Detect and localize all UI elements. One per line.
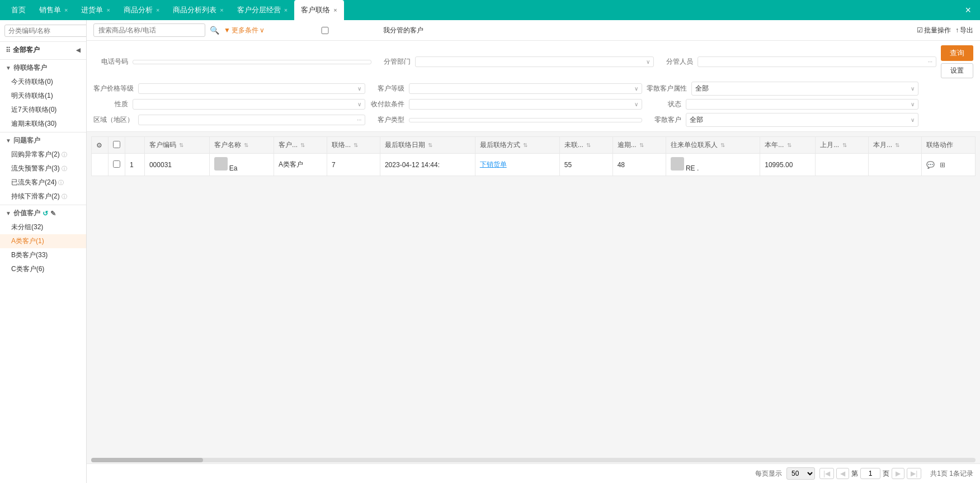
table-header: ⚙ 客户编码 ⇅ 客户名称 ⇅ 客户... ⇅ 联络... ⇅ 最后联络日期 ⇅…: [92, 137, 976, 154]
nav-purchase[interactable]: 进货单 ×: [74, 0, 116, 20]
export-label: 导出: [960, 26, 973, 35]
th-lastdate[interactable]: 最后联络日期 ⇅: [380, 137, 475, 154]
region-input[interactable]: ···: [138, 115, 365, 125]
last-method-link[interactable]: 下销货单: [480, 160, 507, 168]
query-button[interactable]: 查询: [941, 45, 973, 61]
nav-home[interactable]: 首页: [4, 0, 32, 20]
th-gear[interactable]: ⚙: [92, 137, 109, 154]
select-all-checkbox[interactable]: [113, 141, 120, 148]
close-sales-icon[interactable]: ×: [64, 7, 68, 13]
manager-input[interactable]: ···: [698, 56, 936, 67]
th-thisyear[interactable]: 本年... ⇅: [760, 137, 816, 154]
phone-input[interactable]: [133, 60, 371, 64]
table-row: 1 000031 Ea A类客户 7 2023-04-12 14:44: 下销货…: [92, 154, 976, 176]
section-pending-contact[interactable]: ▼ 待联络客户: [0, 61, 86, 75]
sidebar-item-c-class[interactable]: C类客户(6): [0, 262, 86, 276]
th-lastmonth[interactable]: 上月... ⇅: [816, 137, 869, 154]
cell-overdue: 48: [613, 154, 666, 176]
qr-action-icon[interactable]: ⊞: [940, 161, 945, 169]
export-button[interactable]: ↑ 导出: [955, 26, 973, 35]
a-class-label: A类客户(1): [11, 236, 44, 246]
th-contact[interactable]: 联络... ⇅: [327, 137, 380, 154]
sidebar-item-lost[interactable]: 已流失客户(24) ⓘ: [0, 176, 86, 190]
close-analysis-list-icon[interactable]: ×: [220, 7, 223, 13]
my-customers-check[interactable]: [269, 27, 381, 34]
close-analysis-icon[interactable]: ×: [156, 7, 159, 13]
th-type[interactable]: 客户... ⇅: [274, 137, 327, 154]
th-nocontact[interactable]: 未联... ⇅: [559, 137, 613, 154]
sidebar-item-abnormal[interactable]: 回购异常客户(2) ⓘ: [0, 148, 86, 162]
cust-type-input[interactable]: [409, 118, 642, 122]
next-page-button[interactable]: ▶: [892, 468, 904, 479]
dept-select[interactable]: ∨: [415, 56, 654, 67]
info-icon-3[interactable]: ⓘ: [58, 179, 64, 187]
th-thismonth[interactable]: 本月... ⇅: [869, 137, 922, 154]
close-segment-icon[interactable]: ×: [284, 7, 288, 13]
retail-cust-select[interactable]: 全部 ∨: [686, 113, 918, 127]
close-contact-icon[interactable]: ×: [333, 7, 337, 13]
nav-customer-contact[interactable]: 客户联络 ×: [294, 0, 343, 20]
sidebar-item-today[interactable]: 今天待联络(0): [0, 75, 86, 89]
first-page-button[interactable]: |◀: [819, 468, 834, 479]
my-customers-checkbox[interactable]: 我分管的客户: [269, 26, 423, 35]
sidebar-item-b-class[interactable]: B类客户(33): [0, 248, 86, 262]
sidebar-item-overdue[interactable]: 逾期未联络(30): [0, 117, 86, 131]
sidebar: 🔍 ⠿ 全部客户 ◀ ▼ 待联络客户 今天待联络(0) 明天待联络(1) 近7天…: [0, 20, 87, 483]
section-problem-customers[interactable]: ▼ 问题客户: [0, 134, 86, 148]
section-value-customers[interactable]: ▼ 价值客户 ↺ ✎: [0, 206, 86, 220]
sidebar-search-input[interactable]: [4, 25, 87, 37]
th-unitcontact[interactable]: 往来单位联系人 ⇅: [666, 137, 760, 154]
nav-sales[interactable]: 销售单 ×: [32, 0, 74, 20]
scrollbar-thumb[interactable]: [91, 458, 203, 462]
close-purchase-icon[interactable]: ×: [106, 7, 110, 13]
region-dots-icon: ···: [357, 117, 361, 123]
retail-attr-select[interactable]: 全部 ∨: [691, 82, 918, 96]
info-icon-4[interactable]: ⓘ: [62, 193, 67, 201]
batch-op-button[interactable]: ☑ 批量操作: [917, 26, 951, 35]
cust-level-select[interactable]: ∨: [409, 83, 642, 94]
price-level-select[interactable]: ∨: [138, 83, 365, 94]
chat-action-icon[interactable]: 💬: [926, 161, 935, 169]
cell-check[interactable]: [109, 154, 125, 176]
sidebar-item-7days[interactable]: 近7天待联络(0): [0, 103, 86, 117]
settings-button[interactable]: 设置: [941, 63, 973, 78]
info-icon-2[interactable]: ⓘ: [62, 165, 67, 173]
info-icon-1[interactable]: ⓘ: [62, 151, 67, 159]
search-button[interactable]: 🔍: [210, 26, 219, 35]
edit-icon[interactable]: ✎: [50, 210, 56, 217]
close-all-button[interactable]: ×: [960, 4, 976, 16]
more-filter-button[interactable]: ▼ 更多条件 ∨: [224, 26, 265, 35]
nav-analysis-list[interactable]: 商品分析列表 ×: [166, 0, 230, 20]
page-label: 第: [851, 469, 858, 479]
sort-thisyear-icon: ⇅: [787, 142, 791, 148]
search-input[interactable]: [93, 23, 205, 37]
page-size-select[interactable]: 50 100 200: [786, 467, 815, 480]
horizontal-scrollbar[interactable]: [87, 457, 980, 463]
refresh-icon[interactable]: ↺: [43, 210, 48, 217]
page-number-input[interactable]: [860, 468, 880, 479]
th-check[interactable]: [109, 137, 125, 154]
th-overdue[interactable]: 逾期... ⇅: [613, 137, 666, 154]
sidebar-item-declining[interactable]: 持续下滑客户(2) ⓘ: [0, 190, 86, 203]
warning-label: 流失预警客户(3): [11, 164, 60, 173]
row-checkbox[interactable]: [113, 160, 120, 168]
sidebar-item-a-class[interactable]: A类客户(1): [0, 234, 86, 248]
prev-page-button[interactable]: ◀: [836, 468, 849, 479]
sidebar-item-ungroup[interactable]: 未分组(32): [0, 220, 86, 234]
th-name[interactable]: 客户名称 ⇅: [209, 137, 274, 154]
nav-customer-segment[interactable]: 客户分层经营 ×: [230, 0, 294, 20]
cell-lastmethod[interactable]: 下销货单: [475, 154, 559, 176]
status-select[interactable]: ∨: [686, 99, 918, 110]
page-nav: |◀ ◀ 第 页 ▶ ▶|: [819, 468, 921, 479]
sidebar-item-tomorrow[interactable]: 明天待联络(1): [0, 89, 86, 103]
nav-analysis[interactable]: 商品分析 ×: [117, 0, 166, 20]
nature-select[interactable]: ∨: [133, 99, 365, 110]
last-page-button[interactable]: ▶|: [907, 468, 921, 479]
retail-cust-value: 全部: [690, 115, 703, 125]
th-lastmethod[interactable]: 最后联络方式 ⇅: [475, 137, 559, 154]
payment-select[interactable]: ∨: [409, 99, 642, 110]
cell-gear: [92, 154, 109, 176]
sidebar-item-warning[interactable]: 流失预警客户(3) ⓘ: [0, 162, 86, 176]
th-code[interactable]: 客户编码 ⇅: [144, 137, 209, 154]
all-customers-header[interactable]: ⠿ 全部客户 ◀: [0, 42, 86, 58]
